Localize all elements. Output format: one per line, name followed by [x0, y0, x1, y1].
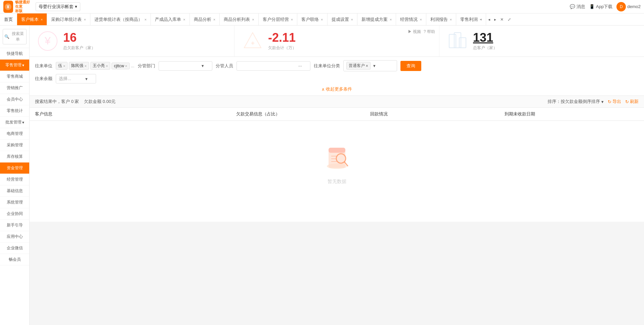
- tab-goods-list[interactable]: 商品分析列表 ×: [220, 13, 258, 25]
- tab-home[interactable]: 首页: [0, 13, 17, 25]
- filter-label-person: 分管人员: [216, 63, 233, 69]
- sidebar-item-member-center[interactable]: 会员中心: [0, 94, 29, 105]
- close-tab-retail-profit[interactable]: ◂: [480, 17, 482, 22]
- sidebar-item-enterprise[interactable]: 企业协同: [0, 208, 29, 220]
- refresh-button[interactable]: ↻ 刷新: [625, 99, 639, 105]
- tab-product-in[interactable]: 产成品入库单 ×: [151, 13, 189, 25]
- svg-text:◈: ◈: [251, 40, 255, 45]
- sidebar-item-inventory[interactable]: 库存核算: [0, 151, 29, 162]
- tab-customer-tier[interactable]: 客户分层经营 ×: [259, 13, 297, 25]
- tab-purchase-order[interactable]: 采购订单统计表 ×: [47, 13, 90, 25]
- col-debt-info: 欠款交易信息（占比）: [236, 111, 370, 117]
- filter-label-unit: 往来单位: [35, 63, 52, 69]
- sidebar-item-quick-nav[interactable]: 快捷导航: [0, 48, 29, 60]
- filter-input-person[interactable]: ···: [237, 61, 310, 71]
- close-tab-operation[interactable]: ×: [420, 17, 422, 22]
- sidebar-item-system[interactable]: 系统管理: [0, 197, 29, 208]
- search-menu-button[interactable]: 🔍 搜索菜单: [3, 29, 27, 44]
- sidebar-item-newbie[interactable]: 新手引导: [0, 220, 29, 231]
- filter-select-dept[interactable]: ▾: [159, 61, 212, 71]
- sidebar-item-retail-mgmt[interactable]: 零售管理 ▾: [0, 60, 29, 71]
- close-tab-customer-contact[interactable]: ×: [321, 17, 323, 22]
- sort-label: 排序：按欠款金额倒序排序: [548, 99, 600, 105]
- stat-text-total: 131 总客户（家）: [473, 32, 497, 51]
- remove-tag-normal[interactable]: ×: [366, 64, 368, 68]
- chevron-up-icon: ∧: [321, 87, 325, 92]
- chevron-down-icon: ▾: [75, 4, 77, 9]
- tab-goods-in[interactable]: 进货单统计表（按商品） ×: [90, 13, 151, 25]
- filter-more-tags[interactable]: ...: [131, 64, 134, 68]
- avatar: D: [616, 2, 626, 11]
- filter-label-dept: 分管部门: [138, 63, 155, 69]
- stat-number-debt: -2.11: [268, 32, 296, 44]
- close-tab-goods-analysis[interactable]: ×: [213, 17, 215, 22]
- sidebar-item-finance[interactable]: 资金管理: [0, 162, 29, 174]
- tab-operation[interactable]: 经营情况 ×: [396, 13, 426, 25]
- sidebar-item-retail-mall[interactable]: 零售商城: [0, 71, 29, 82]
- close-tab-goods-list[interactable]: ×: [252, 17, 254, 22]
- filter-select-balance[interactable]: 选择... ▾: [56, 74, 96, 83]
- tab-retail-profit[interactable]: 零售利润 ◂: [456, 13, 486, 25]
- stat-text-debt: -2.11 欠款合计（万）: [268, 32, 296, 51]
- tab-goods-analysis[interactable]: 商品分析 ×: [190, 13, 220, 25]
- stat-label-debt: 欠款合计（万）: [268, 45, 296, 51]
- tab-customer-ledger[interactable]: 客户账本 ×: [17, 13, 47, 25]
- close-tab-profit-report[interactable]: ×: [450, 17, 452, 22]
- help-button[interactable]: ? 帮助: [424, 29, 435, 35]
- export-button[interactable]: ↻ 导出: [608, 99, 621, 105]
- sidebar-item-purchase[interactable]: 采购管理: [0, 140, 29, 151]
- filter-tags-unit: 伍 × 陈民强 × 王小亮 × cjttcw × ...: [56, 62, 134, 70]
- stat-icon-debt: ◈: [243, 31, 263, 51]
- filter-select-unit-type[interactable]: 普通客户 × ▾: [343, 60, 397, 71]
- stats-row: ¥ 16 总欠款客户（家） ◈ -2.11 欠款合计（万） ▶ 视频 ?: [30, 26, 644, 57]
- message-icon: 💬: [570, 4, 575, 9]
- result-bar: 搜索结果中，客户 0 家 欠款金额 0.00元 排序：按欠款金额倒序排序 ▾ ↻…: [30, 96, 644, 108]
- close-tab-commission-settings[interactable]: ×: [351, 17, 353, 22]
- tab-commission-settings[interactable]: 提成设置 ×: [328, 13, 357, 25]
- nav-close-all[interactable]: ✕: [498, 13, 506, 25]
- svg-rect-11: [329, 148, 345, 153]
- chevron-sort-icon: ▾: [601, 99, 604, 104]
- filter-row-2: 往来余额 选择... ▾: [35, 74, 639, 83]
- sidebar-item-app-center[interactable]: 应用中心: [0, 231, 29, 243]
- stat-text-customers: 16 总欠款客户（家）: [63, 32, 95, 51]
- message-button[interactable]: 💬 消息: [570, 4, 585, 10]
- video-help-button[interactable]: ▶ 视频: [408, 29, 421, 35]
- nav-prev-arrow[interactable]: ◂: [486, 13, 492, 25]
- tab-customer-contact[interactable]: 客户联络 ×: [297, 13, 327, 25]
- refresh-icon: ↻: [625, 99, 629, 104]
- sidebar-item-marketing[interactable]: 营销推广: [0, 82, 29, 94]
- user-menu[interactable]: D demo2: [616, 2, 641, 11]
- sidebar-item-operations[interactable]: 经营管理: [0, 174, 29, 185]
- sidebar-item-retail-stats[interactable]: 零售统计: [0, 105, 29, 117]
- sort-selector[interactable]: 排序：按欠款金额倒序排序 ▾: [548, 99, 604, 105]
- tab-profit-report[interactable]: 利润报告 ×: [426, 13, 456, 25]
- close-tab-new-commission[interactable]: ×: [390, 17, 392, 22]
- remove-tag-cjttcw[interactable]: ×: [125, 64, 127, 68]
- tab-new-commission[interactable]: 新增提成方案 ×: [357, 13, 396, 25]
- remove-tag-wu[interactable]: ×: [63, 64, 65, 68]
- remove-tag-wang[interactable]: ×: [106, 64, 108, 68]
- col-customer-info: 客户信息: [35, 111, 236, 117]
- close-tab-product-in[interactable]: ×: [183, 17, 185, 22]
- close-tab-customer-tier[interactable]: ×: [291, 17, 293, 22]
- query-button[interactable]: 查询: [400, 61, 421, 71]
- search-icon: 🔍: [4, 34, 9, 39]
- remove-tag-chen[interactable]: ×: [84, 64, 86, 68]
- close-tab-customer-ledger[interactable]: ×: [41, 17, 43, 22]
- sidebar-item-basic-info[interactable]: 基础信息: [0, 185, 29, 197]
- sidebar-item-wholesale[interactable]: 批发管理 ▾: [0, 117, 29, 128]
- sidebar-item-member[interactable]: 畅会员: [0, 254, 29, 265]
- collapse-button[interactable]: ∧ 收起更多条件: [321, 86, 352, 92]
- close-tab-goods-in[interactable]: ×: [144, 17, 146, 22]
- chevron-balance-icon: ▾: [85, 76, 88, 81]
- app-download-button[interactable]: 📱 App下载: [589, 4, 612, 10]
- nav-next-arrow[interactable]: ▸: [492, 13, 498, 25]
- phone-icon: 📱: [589, 4, 595, 9]
- close-tab-purchase-order[interactable]: ×: [84, 17, 86, 22]
- account-selector[interactable]: 母婴行业演示帐套 ▾: [36, 2, 80, 11]
- nav-fullscreen[interactable]: ⤢: [506, 13, 513, 25]
- collapse-row: ∧ 收起更多条件: [35, 86, 639, 92]
- sidebar-item-ecommerce[interactable]: 电商管理: [0, 128, 29, 140]
- sidebar-item-wechat[interactable]: 企业微信: [0, 243, 29, 254]
